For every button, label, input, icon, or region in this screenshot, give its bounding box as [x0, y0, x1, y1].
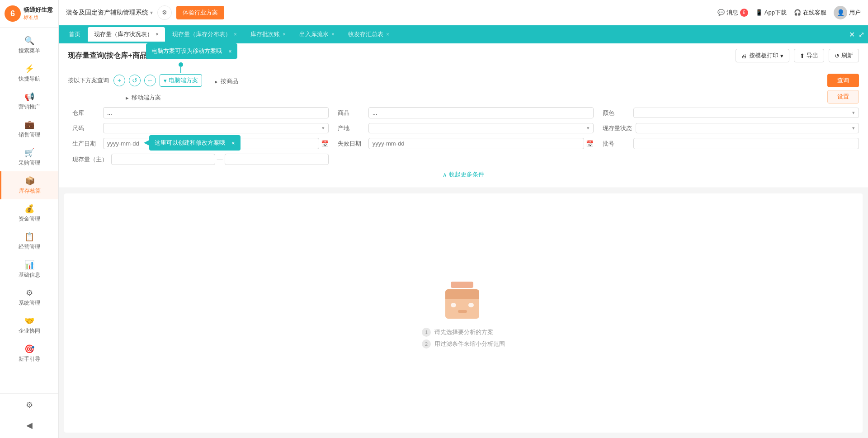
- scheme-desktop[interactable]: ▾ 电脑端方案: [160, 74, 202, 87]
- tab-receive-summary-label: 收发存汇总表: [348, 30, 383, 38]
- tab-in-out-flow[interactable]: 出入库流水 ×: [293, 27, 341, 42]
- tab-inventory-status[interactable]: 现存量（库存状况表） ×: [88, 27, 165, 42]
- back-scheme-button[interactable]: ←: [144, 75, 156, 86]
- sidebar-item-quick-nav[interactable]: ⚡ 快捷导航: [0, 59, 58, 87]
- support-icon: 🎧: [794, 9, 801, 16]
- tooltip-create-close[interactable]: ×: [231, 140, 235, 146]
- sidebar-item-search[interactable]: 🔍 搜索菜单: [0, 31, 58, 59]
- search-icon: 🔍: [24, 36, 34, 46]
- product-select[interactable]: ...: [368, 107, 594, 118]
- marketing-icon: 📢: [24, 92, 34, 102]
- tab-batch-ledger[interactable]: 库存批次账 ×: [244, 27, 292, 42]
- tooltip-desktop-scheme: 电脑方案可设为移动方案哦 ×: [146, 43, 237, 59]
- industry-solution-button[interactable]: 体验行业方案: [176, 6, 224, 19]
- warehouse-select[interactable]: ...: [103, 107, 329, 118]
- empty-state: 1 请先选择要分析的方案 2 用过滤条件来缩小分析范围: [422, 278, 505, 349]
- sidebar-item-purchase[interactable]: 🛒 采购管理: [0, 143, 58, 171]
- sidebar-item-marketing[interactable]: 📢 营销推广: [0, 87, 58, 115]
- chevron-up-icon: ∧: [443, 171, 447, 178]
- tab-close-all-icon[interactable]: ✕: [849, 30, 855, 39]
- sidebar-item-finance[interactable]: 💰 资金管理: [0, 199, 58, 227]
- sidebar-item-basic[interactable]: 📊 基础信息: [0, 255, 58, 283]
- tab-inventory-dist-close[interactable]: ×: [234, 31, 237, 38]
- sidebar-label-search: 搜索菜单: [19, 47, 40, 55]
- origin-select[interactable]: ▾: [368, 123, 594, 133]
- sidebar-item-system[interactable]: ⚙ 系统管理: [0, 283, 58, 311]
- stock-status-select[interactable]: ▾: [636, 123, 859, 133]
- add-scheme-button[interactable]: +: [113, 75, 125, 86]
- empty-step-1: 1 请先选择要分析的方案: [422, 328, 505, 337]
- tab-batch-ledger-close[interactable]: ×: [283, 31, 286, 38]
- sidebar-label-sales: 销售管理: [19, 131, 40, 139]
- online-support-button[interactable]: 🎧 在线客服: [794, 9, 826, 17]
- topbar-gear-button[interactable]: ⚙: [157, 5, 172, 20]
- message-icon: 💬: [717, 9, 725, 16]
- user-profile[interactable]: 👤 用户: [834, 6, 861, 19]
- page-title: 现存量查询(按仓库+商品): [68, 51, 149, 61]
- filter-origin: 产地 ▾: [338, 123, 594, 133]
- filter-expire-date: 失效日期 📅: [338, 138, 594, 149]
- sidebar-label-quick-nav: 快捷导航: [19, 75, 40, 83]
- sub-scheme-item-product[interactable]: ▸ 按商品: [211, 75, 242, 87]
- range-separator: —: [217, 156, 223, 163]
- color-select[interactable]: ▾: [633, 108, 859, 118]
- sidebar-item-enterprise[interactable]: 🤝 企业协同: [0, 311, 58, 339]
- settings-button[interactable]: 设置: [827, 90, 859, 104]
- calendar-icon[interactable]: 📅: [321, 140, 329, 147]
- tooltip-create-scheme: 这里可以创建和修改方案哦 ×: [149, 135, 241, 151]
- logo-line1: 畅通好生意: [24, 6, 53, 14]
- print-chevron-icon: ▾: [780, 52, 783, 59]
- tab-inventory-dist-label: 现存量（库存分布表）: [172, 30, 231, 38]
- filter-stock-status: 现存量状态 ▾: [603, 123, 859, 133]
- filter-size: 尺码 ▾: [72, 123, 329, 133]
- tab-fullscreen-icon[interactable]: ⤢: [859, 30, 864, 39]
- sub-scheme-list: ▸ 按商品: [211, 75, 242, 87]
- tab-receive-summary-close[interactable]: ×: [386, 31, 389, 38]
- query-button[interactable]: 查询: [827, 74, 859, 87]
- sidebar-label-marketing: 营销推广: [19, 103, 40, 111]
- tab-inventory-dist[interactable]: 现存量（库存分布表） ×: [166, 27, 243, 42]
- sidebar-label-finance: 资金管理: [19, 215, 40, 223]
- enterprise-icon: 🤝: [24, 316, 34, 326]
- refresh-scheme-button[interactable]: ↺: [129, 75, 141, 86]
- export-button[interactable]: ⬆ 导出: [794, 49, 824, 62]
- tabs-bar: 首页 现存量（库存状况表） × 现存量（库存分布表） × 库存批次账 × 出入库…: [59, 25, 868, 43]
- chevron-down-icon: ▾: [150, 9, 153, 16]
- expire-date-input[interactable]: [368, 138, 585, 149]
- stock-main-to[interactable]: [225, 154, 329, 165]
- logo-icon: 6: [5, 5, 21, 22]
- batch-input[interactable]: [633, 138, 859, 149]
- filter-warehouse: 仓库 ...: [72, 107, 329, 118]
- message-button[interactable]: 💬 消息 6: [717, 9, 748, 17]
- tooltip-scheme-close[interactable]: ×: [228, 48, 232, 55]
- size-select[interactable]: ▾: [103, 123, 329, 133]
- chevron-down-icon: ▾: [852, 125, 855, 131]
- scheme-mobile[interactable]: ▸ 移动端方案: [122, 92, 859, 104]
- sidebar-settings-btn[interactable]: ⚙: [24, 397, 35, 414]
- sidebar-item-operation[interactable]: 📋 经营管理: [0, 227, 58, 255]
- refresh-button[interactable]: ↺ 刷新: [829, 49, 859, 62]
- calendar-icon-expire[interactable]: 📅: [586, 140, 594, 147]
- tab-receive-summary[interactable]: 收发存汇总表 ×: [342, 27, 396, 42]
- inventory-icon: 📦: [25, 176, 35, 186]
- sidebar: 6 畅通好生意 标准版 🔍 搜索菜单 ⚡ 快捷导航 📢 营销推广 💼 销售管理 …: [0, 0, 59, 438]
- print-button[interactable]: 🖨 按模板打印 ▾: [736, 49, 789, 62]
- tab-home[interactable]: 首页: [62, 27, 87, 42]
- lightning-icon: ⚡: [24, 64, 34, 74]
- filter-batch: 批号: [603, 138, 859, 149]
- sidebar-collapse-btn[interactable]: ◀: [24, 418, 34, 434]
- newbie-icon: 🎯: [24, 344, 34, 354]
- tab-inventory-status-close[interactable]: ×: [156, 31, 159, 38]
- stock-main-from[interactable]: [111, 154, 215, 165]
- sidebar-item-inventory[interactable]: 📦 库存核算: [0, 171, 58, 199]
- collapse-filter-button[interactable]: ∧ 收起更多条件: [68, 167, 859, 182]
- user-name: 用户: [849, 9, 861, 17]
- tab-in-out-flow-close[interactable]: ×: [331, 31, 335, 38]
- system-selector[interactable]: 装备及固定资产辅助管理系统 ▾: [66, 9, 153, 17]
- app-download-button[interactable]: 📱 App下载: [755, 9, 787, 17]
- sidebar-item-sales[interactable]: 💼 销售管理: [0, 115, 58, 143]
- system-icon: ⚙: [26, 288, 33, 298]
- chevron-down-icon: ▾: [322, 125, 325, 131]
- empty-step-2: 2 用过滤条件来缩小分析范围: [422, 339, 505, 349]
- sidebar-item-newbie[interactable]: 🎯 新手引导: [0, 339, 58, 367]
